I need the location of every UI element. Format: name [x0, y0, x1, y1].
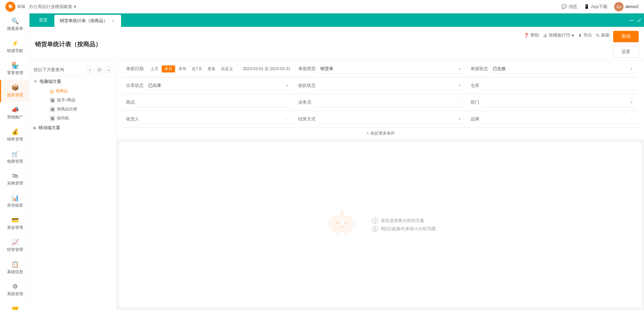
- export-button[interactable]: ⬇ 导出: [578, 32, 592, 38]
- print-icon: 🖨: [543, 33, 547, 38]
- workspace-name: 办公用品行业模拟账套: [29, 4, 72, 10]
- left-panel: 按以下方案查询 + ⚙ « ▼ 电脑端方案: [30, 61, 117, 310]
- sidebar-item-search[interactable]: 🔍 搜索菜单: [0, 13, 29, 36]
- type-value[interactable]: 销货单 ▾: [318, 64, 462, 73]
- date-opt-prev[interactable]: 上月: [148, 65, 160, 72]
- avatar: Ea: [614, 2, 624, 11]
- tab-minimize-button[interactable]: —: [629, 17, 634, 23]
- tab-maximize-button[interactable]: ⤢: [637, 17, 641, 23]
- svg-rect-7: [328, 220, 331, 227]
- svg-point-6: [340, 210, 343, 213]
- sidebar-item-ecommerce[interactable]: 🛒 电商管理: [0, 146, 29, 168]
- wholesale-icon: 📦: [11, 84, 19, 91]
- empty-hints: 1 请先选择要分析的方案 2 用[过滤]条件来缩小分析范围: [372, 218, 435, 232]
- brand-extra[interactable]: ···: [629, 117, 633, 121]
- sidebar-item-label: 搜索菜单: [7, 26, 23, 32]
- sub-item-by-month-goods[interactable]: ▦ 按月+商品: [39, 96, 116, 105]
- dept-chevron: ▾: [631, 100, 633, 105]
- goods-extra[interactable]: ···: [285, 100, 288, 105]
- logo: 畅 标版: [5, 2, 25, 12]
- tab-home[interactable]: 首页: [32, 13, 54, 27]
- query-button[interactable]: 查询: [613, 31, 639, 42]
- message-button[interactable]: 💬 消息: [561, 4, 577, 10]
- help-button[interactable]: ❓ 帮助: [524, 32, 539, 38]
- status-value[interactable]: 已生效 ▾: [491, 64, 635, 73]
- receiver-extra[interactable]: ···: [285, 117, 288, 121]
- filter-date: 单据日期 上月 本月 本年 近7天 更多 自定义: [122, 61, 294, 77]
- settings-scheme-button[interactable]: ⚙: [96, 66, 103, 73]
- filter-depot: 仓库 ···: [467, 78, 639, 94]
- sidebar-item-label: 销售管理: [7, 137, 23, 142]
- sales-icon: 💰: [11, 128, 19, 136]
- sub-label-by-month: 按月+商品: [57, 97, 75, 103]
- filter-collection: 收款状态 ▾: [294, 78, 466, 94]
- refresh-button[interactable]: ↻ 刷新: [596, 32, 610, 38]
- status-label: 单据状态: [471, 66, 488, 72]
- collection-label: 收款状态: [298, 83, 316, 89]
- filter-warehouse-status: 出库状态 已出库 ▾: [122, 78, 294, 94]
- sidebar-item-label: 经营管理: [7, 247, 23, 253]
- help-icon: ❓: [524, 33, 529, 38]
- collection-value[interactable]: ▾: [318, 81, 462, 90]
- receiver-value[interactable]: ···: [142, 114, 290, 124]
- sidebar-item-wholesale[interactable]: 📦 批发管理: [0, 80, 29, 102]
- sidebar-item-system[interactable]: ⚙ 系统管理: [0, 279, 29, 301]
- filter-dept: 部门 ▾: [467, 94, 639, 111]
- sidebar-item-finance[interactable]: 💳 资金管理: [0, 212, 29, 235]
- salesman-value[interactable]: ···: [314, 98, 462, 107]
- sidebar-item-operation[interactable]: 📈 经营管理: [0, 235, 29, 257]
- app-download-label: App下载: [591, 4, 607, 10]
- date-opt-custom[interactable]: 自定义: [219, 65, 235, 72]
- right-content: 单据日期 上月 本月 本年 近7天 更多 自定义: [117, 61, 644, 310]
- sidebar-item-retail[interactable]: 🏪 零售管理: [0, 58, 29, 80]
- sub-item-by-driver[interactable]: ▦ 按司机: [39, 114, 116, 123]
- sidebar-item-quick-nav[interactable]: ⚡ 快捷导航: [0, 36, 29, 58]
- sidebar-item-inventory[interactable]: 📊 库存核算: [0, 190, 29, 212]
- depot-extra[interactable]: ···: [629, 83, 633, 88]
- finance-icon: 💳: [11, 216, 19, 224]
- export-icon: ⬇: [578, 33, 582, 38]
- tree-arrow-mobile: ▶: [34, 125, 37, 130]
- tree-group-pc[interactable]: ▼ 电脑端方案: [30, 76, 116, 87]
- goods-value[interactable]: ···: [138, 98, 290, 107]
- date-opt-this-month[interactable]: 本月: [162, 65, 175, 72]
- logo-icon: 畅: [5, 2, 15, 12]
- depot-value[interactable]: ···: [482, 81, 635, 90]
- tab-close-button[interactable]: ×: [110, 18, 116, 23]
- collapse-bar[interactable]: ∧ 收起更多条件: [122, 128, 639, 139]
- sidebar-item-enterprise[interactable]: 🤝 企业协同: [0, 301, 29, 310]
- sub-item-by-category[interactable]: ▦ 按商品分类: [39, 105, 116, 114]
- tree-group-mobile[interactable]: ▶ 移动端方案: [30, 123, 116, 133]
- brand-value[interactable]: ···: [482, 114, 635, 124]
- warehouse-value[interactable]: 已出库 ▾: [146, 81, 290, 90]
- sidebar-item-sales[interactable]: 💰 销售管理: [0, 124, 29, 146]
- sidebar-item-marketing[interactable]: 📣 营销推广: [0, 102, 29, 124]
- receiver-label: 收货人: [126, 116, 139, 122]
- dept-value[interactable]: ▾: [482, 98, 635, 107]
- salesman-extra[interactable]: ···: [457, 100, 461, 105]
- date-opt-more[interactable]: 更多: [206, 65, 218, 72]
- collapse-btn[interactable]: ∧ 收起更多条件: [366, 131, 394, 136]
- sidebar-item-basic[interactable]: 📋 基础信息: [0, 257, 29, 279]
- ecommerce-icon: 🛒: [11, 150, 19, 158]
- sidebar-item-purchase[interactable]: 🛍 采购管理: [0, 168, 29, 190]
- settlement-value[interactable]: ▾: [318, 114, 462, 124]
- collapse-panel-button[interactable]: «: [105, 66, 112, 73]
- settings-button[interactable]: 设置: [613, 46, 639, 58]
- date-value[interactable]: 上月 本月 本年 近7天 更多 自定义: [146, 64, 237, 73]
- tab-active[interactable]: 销货单统计表（按商品） ×: [54, 15, 121, 27]
- collection-chevron: ▾: [459, 83, 461, 88]
- date-opt-year[interactable]: 本年: [176, 65, 189, 72]
- empty-area: 1 请先选择要分析的方案 2 用[过滤]条件来缩小分析范围: [119, 142, 641, 307]
- workspace-selector[interactable]: 办公用品行业模拟账套 ▾: [29, 4, 76, 10]
- add-scheme-button[interactable]: +: [86, 66, 94, 73]
- user-profile[interactable]: Ea demo2: [614, 2, 639, 11]
- app-download-button[interactable]: 📱 App下载: [584, 4, 607, 10]
- sub-item-by-goods[interactable]: ◎ 按商品: [39, 87, 116, 96]
- print-button[interactable]: 🖨 按模板打印 ▾: [543, 32, 574, 38]
- tree-arrow-pc: ▼: [34, 79, 38, 84]
- salesman-label: 业务员: [298, 99, 311, 105]
- svg-rect-10: [344, 232, 348, 235]
- settlement-label: 结算方式: [298, 116, 316, 122]
- date-opt-7days[interactable]: 近7天: [190, 65, 204, 72]
